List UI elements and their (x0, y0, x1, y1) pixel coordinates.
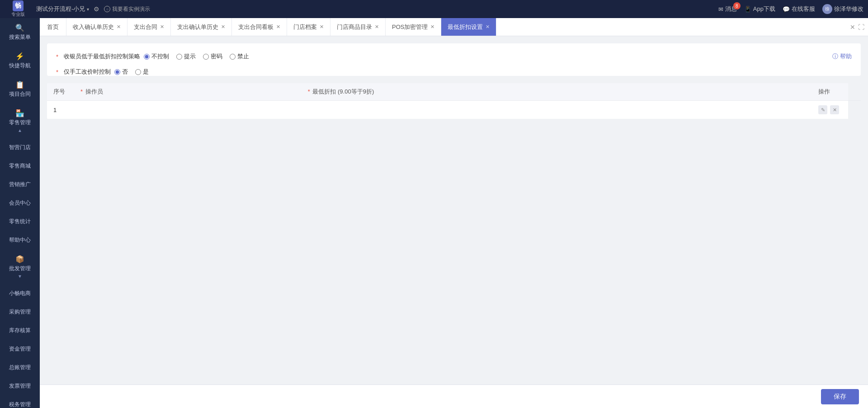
settings-icon[interactable]: ⚙ (94, 5, 99, 13)
wholesale-icon: 📦 (15, 255, 24, 263)
tab-store-files-close-icon[interactable]: ✕ (320, 24, 324, 30)
delete-row-button[interactable]: ✕ (830, 105, 839, 114)
sidebar-item-help[interactable]: 帮助中心 (0, 231, 40, 249)
form-card: * 收银员低于最低折扣控制策略 不控制 提示 密码 (47, 43, 861, 76)
sidebar-item-retail[interactable]: 🏪 零售管理 ▲ (0, 103, 40, 138)
th-scrollbar-spacer (848, 83, 861, 101)
avatar: 徐 (822, 4, 832, 14)
radio-forbid-input[interactable] (230, 54, 236, 60)
sidebar-item-inventory[interactable]: 库存核算 (0, 321, 40, 340)
sidebar-item-tax[interactable]: 税务管理 (0, 395, 40, 408)
tab-min-discount-label: 最低折扣设置 (448, 23, 483, 31)
radio-manual-no-input[interactable] (114, 69, 120, 75)
scrollbar-spacer-cell (848, 101, 861, 119)
tab-store-catalog-close-icon[interactable]: ✕ (375, 24, 379, 30)
tab-min-discount[interactable]: 最低折扣设置 ✕ (441, 18, 496, 36)
radio-manual-yes-label: 是 (143, 68, 149, 76)
radio-remind-input[interactable] (176, 54, 182, 60)
radio-manual-no[interactable]: 否 (114, 68, 128, 76)
sidebar-item-search[interactable]: 🔍 搜索菜单 (0, 18, 40, 47)
discount-policy-label: 收银员低于最低折扣控制策略 (64, 52, 140, 61)
edit-row-button[interactable]: ✎ (818, 105, 827, 114)
messages-button[interactable]: ✉ 消息 8 (718, 5, 737, 13)
tab-payment-board-label: 支出合同看板 (238, 23, 274, 31)
user-menu[interactable]: 徐 徐泽华修改 (822, 4, 863, 14)
tab-payment-history-close-icon[interactable]: ✕ (221, 24, 225, 30)
sidebar-item-ecommerce[interactable]: 小畅电商 (0, 284, 40, 303)
th-operator-required-star: * (80, 88, 83, 95)
online-service-button[interactable]: 💬 在线客服 (783, 5, 815, 13)
tab-payment-history[interactable]: 支出确认单历史 ✕ (171, 18, 232, 36)
tab-pos-password-label: POS加密管理 (392, 23, 428, 31)
th-action-label: 操作 (818, 88, 830, 95)
tab-income-history-close-icon[interactable]: ✕ (117, 24, 121, 30)
tab-home-label: 首页 (47, 23, 59, 31)
radio-forbid[interactable]: 禁止 (230, 52, 249, 61)
retail-icon: 🏪 (15, 109, 24, 117)
table-row: 1 ✎ (47, 101, 861, 119)
tab-store-catalog[interactable]: 门店商品目录 ✕ (330, 18, 386, 36)
topbar-right: ✉ 消息 8 📱 App下载 💬 在线客服 徐 徐泽华修改 (718, 4, 863, 14)
radio-manual-yes-input[interactable] (135, 69, 141, 75)
username-label: 徐泽华修改 (834, 5, 863, 13)
help-link[interactable]: ⓘ 帮助 (832, 52, 852, 61)
required-star-2: * (56, 69, 58, 75)
radio-manual-yes[interactable]: 是 (135, 68, 149, 76)
tab-home[interactable]: 首页 (40, 18, 66, 36)
tab-min-discount-close-icon[interactable]: ✕ (486, 24, 490, 30)
sidebar-item-wholesale[interactable]: 📦 批发管理 ▼ (0, 249, 40, 284)
radio-no-control-label: 不控制 (151, 52, 169, 61)
app-version-label: 专业版 (11, 11, 25, 18)
wholesale-label: 批发管理 (9, 265, 31, 272)
delete-icon: ✕ (833, 107, 837, 113)
ecommerce-label: 小畅电商 (9, 290, 31, 297)
discount-policy-radio-group: 不控制 提示 密码 禁止 (144, 52, 249, 61)
sidebar-item-retail-mall[interactable]: 零售商城 (0, 157, 40, 175)
tab-payment-history-label: 支出确认单历史 (177, 23, 218, 31)
topbar: 畅 专业版 测试分开流程-小兄 ▾ ⚙ ○ 我要看实例演示 ✉ 消息 8 📱 A… (0, 0, 868, 18)
radio-manual-no-label: 否 (122, 68, 128, 76)
radio-remind[interactable]: 提示 (176, 52, 196, 61)
demo-link[interactable]: ○ 我要看实例演示 (104, 5, 150, 13)
help-label-text: 帮助 (840, 52, 852, 61)
tab-pos-password[interactable]: POS加密管理 ✕ (386, 18, 441, 36)
tab-income-history[interactable]: 收入确认单历史 ✕ (66, 18, 127, 36)
cell-operator (74, 101, 302, 119)
sidebar-item-shortcut[interactable]: ⚡ 快捷导航 (0, 47, 40, 75)
sidebar-item-invoice[interactable]: 发票管理 (0, 377, 40, 395)
th-min-discount-required-star: * (308, 88, 310, 95)
tab-payment-contract-close-icon[interactable]: ✕ (160, 24, 164, 30)
tab-close-all-icon[interactable]: ✕ (850, 23, 855, 31)
app-download-button[interactable]: 📱 App下载 (744, 5, 775, 13)
th-action: 操作 (812, 83, 848, 101)
sidebar-item-retail-stat[interactable]: 零售统计 (0, 212, 40, 231)
sidebar-item-project[interactable]: 📋 项目合同 (0, 75, 40, 103)
project-icon: 📋 (15, 80, 24, 89)
save-button[interactable]: 保存 (821, 389, 859, 404)
table-header-row: 序号 * 操作员 * 最低折扣 (9.00等于9折) 操作 (47, 83, 861, 101)
retail-mall-label: 零售商城 (9, 162, 31, 170)
tab-payment-board-close-icon[interactable]: ✕ (276, 24, 280, 30)
sidebar-item-purchase[interactable]: 采购管理 (0, 303, 40, 321)
sidebar-item-marketing[interactable]: 营销推广 (0, 175, 40, 194)
sidebar-item-ledger[interactable]: 总账管理 (0, 358, 40, 377)
edit-icon: ✎ (821, 107, 825, 113)
th-min-discount: * 最低折扣 (9.00等于9折) (302, 83, 812, 101)
sidebar-item-member[interactable]: 会员中心 (0, 194, 40, 212)
tab-payment-contract[interactable]: 支出合同 ✕ (127, 18, 171, 36)
purchase-label: 采购管理 (9, 308, 31, 316)
tab-payment-contract-label: 支出合同 (134, 23, 157, 31)
tab-income-history-label: 收入确认单历史 (73, 23, 114, 31)
radio-no-control[interactable]: 不控制 (144, 52, 169, 61)
tab-store-files[interactable]: 门店档案 ✕ (287, 18, 330, 36)
radio-password[interactable]: 密码 (203, 52, 222, 61)
radio-no-control-input[interactable] (144, 54, 150, 60)
radio-password-input[interactable] (203, 54, 209, 60)
tab-payment-board[interactable]: 支出合同看板 ✕ (232, 18, 287, 36)
tax-label: 税务管理 (9, 401, 31, 408)
sidebar-item-finance[interactable]: 资金管理 (0, 340, 40, 358)
project-selector[interactable]: 测试分开流程-小兄 ▾ (36, 5, 89, 13)
tab-pos-password-close-icon[interactable]: ✕ (430, 24, 434, 30)
tab-expand-icon[interactable]: ⛶ (858, 23, 864, 31)
sidebar-item-smart-store[interactable]: 智营门店 (0, 138, 40, 157)
